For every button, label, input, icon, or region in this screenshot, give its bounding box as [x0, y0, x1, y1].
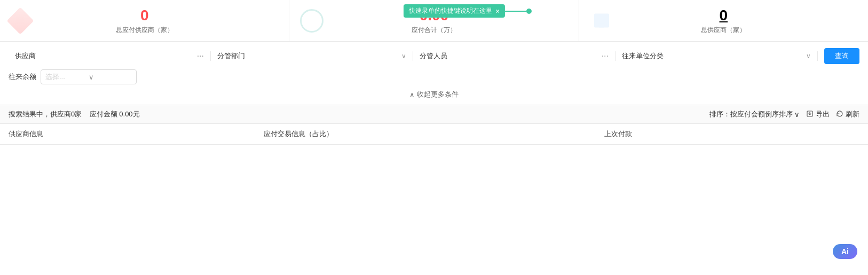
total-suppliers-label: 总供应商（家） [701, 26, 746, 35]
search-area: 供应商 ··· 分管部门 ∨ 分管人员 ··· 往来单位分类 ∨ 查询 往来余额… [0, 42, 868, 105]
export-button[interactable]: 导出 [806, 109, 830, 119]
collapse-icon: ∧ [409, 91, 415, 99]
search-row-1: 供应商 ··· 分管部门 ∨ 分管人员 ··· 往来单位分类 ∨ 查询 [9, 48, 859, 64]
tooltip-dot [526, 9, 532, 14]
person-label: 分管人员 [420, 51, 452, 61]
unit-field: 往来单位分类 ∨ [616, 51, 818, 61]
diamond-icon [11, 11, 30, 30]
collapse-button[interactable]: ∧ 收起更多条件 [9, 90, 859, 99]
query-button[interactable]: 查询 [824, 48, 859, 64]
refresh-button[interactable]: 刷新 [836, 109, 859, 119]
department-input[interactable] [249, 52, 399, 60]
balance-arrow-icon: ∨ [89, 73, 132, 81]
col-supplier-header: 供应商信息 [9, 129, 264, 139]
person-input[interactable] [452, 52, 599, 60]
col-transaction-header: 应付交易信息（占比） [264, 129, 604, 139]
tooltip-bubble: 快速录单的快捷键说明在这里 × [404, 4, 505, 18]
supplier-label: 供应商 [15, 51, 47, 61]
tooltip-text: 快速录单的快捷键说明在这里 [409, 6, 492, 15]
refresh-icon [836, 110, 843, 119]
stats-bar: 0 总应付供应商（家） 快速录单的快捷键说明在这里 × 0.00 应付合计（万）… [0, 0, 868, 42]
table-header: 供应商信息 应付交易信息（占比） 上次付款 [0, 124, 868, 145]
payable-suppliers-value: 0 [140, 6, 149, 25]
unit-input[interactable] [664, 52, 804, 60]
unit-arrow-icon[interactable]: ∨ [806, 52, 811, 60]
payable-total-label: 应付合计（万） [412, 26, 456, 35]
results-text: 搜索结果中，供应商0家 [9, 110, 82, 118]
stats-item-payable-total: 快速录单的快捷键说明在这里 × 0.00 应付合计（万） [289, 0, 579, 41]
sort-arrow-icon: ∨ [794, 111, 800, 119]
unit-label: 往来单位分类 [622, 51, 664, 61]
balance-label: 往来余额 [9, 72, 41, 82]
supplier-input[interactable] [47, 52, 195, 60]
amount-summary-text: 应付金额 0.00元 [90, 110, 140, 118]
tooltip-close-button[interactable]: × [495, 7, 500, 15]
department-label: 分管部门 [217, 51, 249, 61]
department-arrow-icon[interactable]: ∨ [401, 52, 406, 60]
results-summary: 搜索结果中，供应商0家 应付金额 0.00元 [9, 109, 140, 119]
sort-label: 排序：按应付会额倒序排序 [709, 109, 793, 119]
collapse-label: 收起更多条件 [417, 90, 459, 99]
col-lastpay-header: 上次付款 [604, 129, 859, 139]
table-body [0, 145, 868, 275]
department-field: 分管部门 ∨ [211, 51, 413, 61]
svg-rect-1 [597, 18, 601, 21]
balance-select[interactable]: 选择... ∨ [41, 69, 137, 84]
person-field: 分管人员 ··· [413, 51, 616, 61]
stats-item-payable-suppliers: 0 总应付供应商（家） [0, 0, 289, 41]
ai-button[interactable]: Ai [833, 244, 857, 259]
results-actions: 排序：按应付会额倒序排序 ∨ 导出 刷新 [709, 109, 859, 119]
refresh-label: 刷新 [846, 109, 859, 119]
payable-suppliers-label: 总应付供应商（家） [116, 26, 173, 35]
search-row-2: 往来余额 选择... ∨ [9, 69, 859, 84]
token-icon [300, 9, 323, 33]
person-dots-button[interactable]: ··· [602, 51, 609, 61]
svg-rect-3 [599, 23, 604, 27]
export-label: 导出 [816, 109, 830, 119]
svg-rect-2 [603, 18, 606, 21]
supplier-dots-button[interactable]: ··· [197, 51, 204, 61]
export-icon [806, 110, 814, 119]
sort-select[interactable]: 排序：按应付会额倒序排序 ∨ [709, 109, 800, 119]
results-bar: 搜索结果中，供应商0家 应付金额 0.00元 排序：按应付会额倒序排序 ∨ 导出… [0, 105, 868, 124]
supplier-field: 供应商 ··· [9, 51, 211, 61]
stats-item-total-suppliers: 0 总供应商（家） [579, 0, 868, 41]
total-suppliers-value: 0 [720, 6, 728, 25]
balance-placeholder: 选择... [45, 72, 89, 82]
